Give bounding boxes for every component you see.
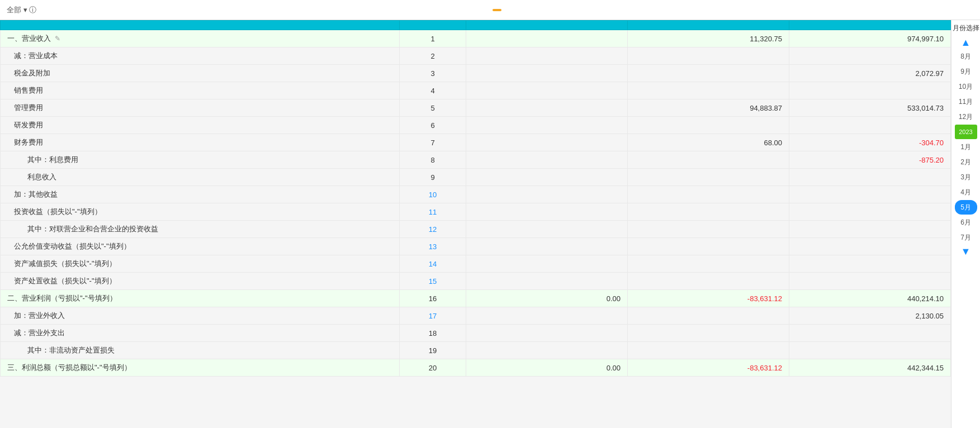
ytd-amount <box>628 221 789 238</box>
prev-period-amount <box>789 325 951 342</box>
table-row: 其中：对联营企业和合营企业的投资收益12 <box>1 221 951 238</box>
prev-period-amount <box>789 82 951 99</box>
header: 全部 ▾ ⓘ <box>0 0 980 20</box>
ytd-amount: 11,320.75 <box>628 30 789 47</box>
status-badge <box>493 9 501 11</box>
item-name: 财务费用 <box>1 134 400 151</box>
month-amount <box>466 47 628 65</box>
prev-period-amount: 2,130.05 <box>789 307 951 325</box>
ytd-amount <box>628 47 789 65</box>
month-amount <box>466 134 628 151</box>
month-item[interactable]: 9月 <box>955 64 977 79</box>
ytd-amount: -83,631.12 <box>628 359 789 377</box>
ytd-amount <box>628 325 789 342</box>
nav-down-arrow[interactable]: ▼ <box>960 245 972 258</box>
table-row: 加：营业外收入172,130.05 <box>1 307 951 325</box>
ytd-amount <box>628 169 789 186</box>
item-name: 减：营业成本 <box>1 47 400 65</box>
month-item[interactable]: 8月 <box>955 49 977 64</box>
month-amount <box>466 82 628 99</box>
item-name: 其中：利息费用 <box>1 151 400 169</box>
all-dropdown[interactable]: 全部 ▾ ⓘ <box>7 5 36 15</box>
table-row: 公允价值变动收益（损失以"-"填列）13 <box>1 238 951 255</box>
table-row: 投资收益（损失以"-"填列）11 <box>1 203 951 221</box>
prev-period-amount: -875.20 <box>789 151 951 169</box>
row-number[interactable]: 10 <box>400 186 466 203</box>
ytd-amount <box>628 273 789 290</box>
month-amount <box>466 307 628 325</box>
item-name: 其中：非流动资产处置损失 <box>1 342 400 359</box>
month-item[interactable]: 11月 <box>955 94 977 109</box>
header-left: 全部 ▾ ⓘ <box>7 5 36 15</box>
month-amount <box>466 99 628 117</box>
row-number: 16 <box>400 290 466 307</box>
month-item[interactable]: 2月 <box>955 155 977 169</box>
month-item[interactable]: 6月 <box>955 215 977 230</box>
table-row: 二、营业利润（亏损以"-"号填列）160.00-83,631.12440,214… <box>1 290 951 307</box>
table-row: 资产处置收益（损失以"-"填列）15 <box>1 273 951 290</box>
month-amount <box>466 151 628 169</box>
nav-up-arrow[interactable]: ▲ <box>960 36 972 49</box>
prev-period-amount <box>789 238 951 255</box>
month-amount <box>466 255 628 273</box>
col-header-row <box>400 21 466 30</box>
row-number[interactable]: 14 <box>400 255 466 273</box>
side-panel-title: 月份选择 <box>953 23 979 33</box>
table-row: 资产减值损失（损失以"-"填列）14 <box>1 255 951 273</box>
month-amount <box>466 273 628 290</box>
row-number[interactable]: 12 <box>400 221 466 238</box>
row-number[interactable]: 15 <box>400 273 466 290</box>
table-row: 利息收入9 <box>1 169 951 186</box>
month-amount <box>466 65 628 82</box>
item-name: 研发费用 <box>1 117 400 134</box>
main-area: 一、营业收入 ✎111,320.75974,997.10减：营业成本2税金及附加… <box>0 20 980 428</box>
row-number[interactable]: 13 <box>400 238 466 255</box>
col-header-item <box>1 21 400 30</box>
ytd-amount: 68.00 <box>628 134 789 151</box>
month-item[interactable]: 4月 <box>955 185 977 199</box>
row-number: 18 <box>400 325 466 342</box>
table-row: 其中：利息费用8-875.20 <box>1 151 951 169</box>
ytd-amount <box>628 342 789 359</box>
prev-period-amount: 440,214.10 <box>789 290 951 307</box>
month-amount <box>466 186 628 203</box>
month-item[interactable]: 2023 <box>955 125 977 139</box>
item-name: 加：营业外收入 <box>1 307 400 325</box>
ytd-amount: -83,631.12 <box>628 290 789 307</box>
prev-period-amount <box>789 117 951 134</box>
month-item[interactable]: 12月 <box>955 110 977 124</box>
prev-period-amount <box>789 169 951 186</box>
month-item[interactable]: 3月 <box>955 170 977 184</box>
month-item[interactable]: 7月 <box>955 230 977 245</box>
ytd-amount <box>628 117 789 134</box>
edit-icon[interactable]: ✎ <box>53 35 60 42</box>
row-number: 3 <box>400 65 466 82</box>
row-number: 5 <box>400 99 466 117</box>
month-amount <box>466 342 628 359</box>
prev-period-amount: 2,072.97 <box>789 65 951 82</box>
table-row: 销售费用4 <box>1 82 951 99</box>
table-row: 减：营业外支出18 <box>1 325 951 342</box>
table-container[interactable]: 一、营业收入 ✎111,320.75974,997.10减：营业成本2税金及附加… <box>0 20 951 428</box>
month-amount <box>466 169 628 186</box>
row-number[interactable]: 11 <box>400 203 466 221</box>
table-row: 减：营业成本2 <box>1 47 951 65</box>
ytd-amount <box>628 186 789 203</box>
row-number: 19 <box>400 342 466 359</box>
month-item[interactable]: 1月 <box>955 140 977 154</box>
table-row: 三、利润总额（亏损总额以"-"号填列）200.00-83,631.12442,3… <box>1 359 951 377</box>
month-amount <box>466 325 628 342</box>
month-amount: 0.00 <box>466 359 628 377</box>
table-row: 一、营业收入 ✎111,320.75974,997.10 <box>1 30 951 47</box>
side-panel: 月份选择 ▲ 8月9月10月11月12月20231月2月3月4月5月6月7月 ▼ <box>951 20 980 428</box>
prev-period-amount <box>789 255 951 273</box>
prev-period-amount <box>789 221 951 238</box>
month-item[interactable]: 5月 <box>955 200 977 215</box>
ytd-amount <box>628 238 789 255</box>
month-item[interactable]: 10月 <box>955 79 977 94</box>
row-number[interactable]: 17 <box>400 307 466 325</box>
ytd-amount <box>628 151 789 169</box>
month-amount <box>466 117 628 134</box>
item-name: 管理费用 <box>1 99 400 117</box>
prev-period-amount <box>789 47 951 65</box>
